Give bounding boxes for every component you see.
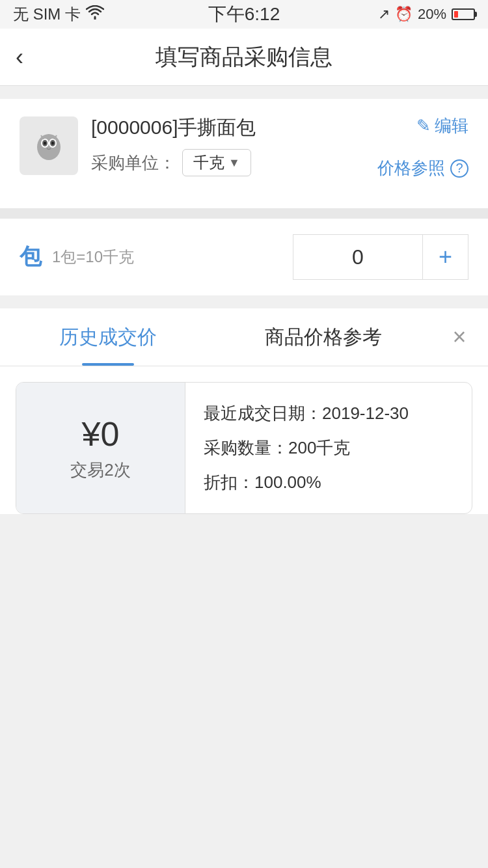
tab-underline bbox=[82, 363, 134, 366]
transaction-card: ¥0 交易2次 最近成交日期：2019-12-30 采购数量：200千克 折扣：… bbox=[16, 382, 472, 514]
currency-symbol: ¥ bbox=[82, 415, 101, 453]
status-bar: 无 SIM 卡 下午6:12 ↗ ⏰ 20% bbox=[0, 0, 488, 29]
product-right: ✎ 编辑 价格参照 ? bbox=[377, 115, 468, 180]
wifi-icon bbox=[86, 5, 104, 23]
quantity-plus-button[interactable]: + bbox=[423, 234, 468, 280]
carrier-label: 无 SIM 卡 bbox=[13, 4, 81, 25]
tab-history-price-label: 历史成交价 bbox=[59, 324, 157, 351]
edit-label: 编辑 bbox=[435, 115, 468, 137]
unit-label: 包 bbox=[20, 242, 42, 272]
discount-value: 100.00% bbox=[254, 472, 321, 492]
battery-icon bbox=[452, 8, 475, 20]
unit-sub-label: 1包=10千克 bbox=[52, 247, 134, 267]
main-content: 历史成交价 商品价格参考 × ¥0 交易2次 最近成交日期：2019-12-30 bbox=[0, 308, 488, 764]
purchase-unit-row: 采购单位： 千克 ▼ bbox=[91, 149, 256, 176]
tabs-header: 历史成交价 商品价格参考 × bbox=[0, 308, 488, 366]
back-button[interactable]: ‹ bbox=[16, 44, 23, 71]
discount-label: 折扣： bbox=[204, 472, 254, 492]
product-info: [0000006]手撕面包 采购单位： 千克 ▼ bbox=[91, 115, 256, 176]
quantity-row: 包 1包=10千克 + bbox=[0, 219, 488, 295]
product-section: [0000006]手撕面包 采购单位： 千克 ▼ ✎ 编辑 价格参照 ? bbox=[0, 99, 488, 208]
gray-divider bbox=[0, 208, 488, 219]
alarm-icon: ⏰ bbox=[395, 6, 413, 23]
transaction-detail-section: 最近成交日期：2019-12-30 采购数量：200千克 折扣：100.00% bbox=[185, 383, 472, 513]
tabs-section: 历史成交价 商品价格参考 × ¥0 交易2次 最近成交日期：2019-12-30 bbox=[0, 308, 488, 514]
status-right: ↗ ⏰ 20% bbox=[378, 6, 475, 23]
purchase-unit-label: 采购单位： bbox=[91, 152, 176, 174]
product-header: [0000006]手撕面包 采购单位： 千克 ▼ ✎ 编辑 价格参照 ? bbox=[20, 115, 468, 180]
nav-bar: ‹ 填写商品采购信息 bbox=[0, 29, 488, 86]
discount-row: 折扣：100.00% bbox=[204, 471, 454, 494]
edit-icon: ✎ bbox=[416, 116, 431, 136]
quantity-controls: + bbox=[293, 234, 468, 280]
transaction-count: 交易2次 bbox=[70, 459, 130, 481]
price-ref-label: 价格参照 bbox=[377, 157, 445, 180]
page-title: 填写商品采购信息 bbox=[156, 42, 332, 72]
location-icon: ↗ bbox=[378, 6, 390, 23]
tab-history-price[interactable]: 历史成交价 bbox=[0, 308, 215, 366]
transaction-price: ¥0 bbox=[82, 414, 120, 454]
status-left: 无 SIM 卡 bbox=[13, 4, 104, 25]
product-owl-icon bbox=[29, 126, 68, 165]
recent-date-label: 最近成交日期： bbox=[204, 403, 322, 423]
svg-point-6 bbox=[51, 141, 54, 144]
transaction-price-section: ¥0 交易2次 bbox=[16, 383, 185, 513]
purchase-quantity-row: 采购数量：200千克 bbox=[204, 437, 454, 459]
product-name: [0000006]手撕面包 bbox=[91, 115, 256, 141]
svg-point-0 bbox=[37, 134, 61, 160]
status-time: 下午6:12 bbox=[208, 2, 280, 27]
unit-arrow-icon: ▼ bbox=[228, 156, 240, 170]
unit-value: 千克 bbox=[193, 152, 224, 173]
help-icon: ? bbox=[450, 159, 468, 178]
recent-date-row: 最近成交日期：2019-12-30 bbox=[204, 402, 454, 425]
product-thumbnail bbox=[20, 116, 78, 175]
unit-selector[interactable]: 千克 ▼ bbox=[182, 149, 251, 176]
tab-close-button[interactable]: × bbox=[431, 308, 488, 366]
recent-date-value: 2019-12-30 bbox=[322, 403, 409, 423]
purchase-quantity-label: 采购数量： bbox=[204, 438, 288, 457]
svg-point-5 bbox=[44, 141, 46, 144]
price-ref-button[interactable]: 价格参照 ? bbox=[377, 157, 468, 180]
price-value: 0 bbox=[101, 415, 120, 453]
tab-product-price-ref[interactable]: 商品价格参考 bbox=[215, 308, 431, 366]
quantity-input[interactable] bbox=[293, 234, 423, 280]
tab-product-price-ref-label: 商品价格参考 bbox=[265, 324, 382, 351]
edit-button[interactable]: ✎ 编辑 bbox=[416, 115, 468, 137]
product-left: [0000006]手撕面包 采购单位： 千克 ▼ bbox=[20, 115, 256, 176]
purchase-quantity-value: 200千克 bbox=[288, 438, 350, 457]
battery-percent: 20% bbox=[418, 6, 446, 23]
quantity-unit: 包 1包=10千克 bbox=[20, 242, 134, 272]
